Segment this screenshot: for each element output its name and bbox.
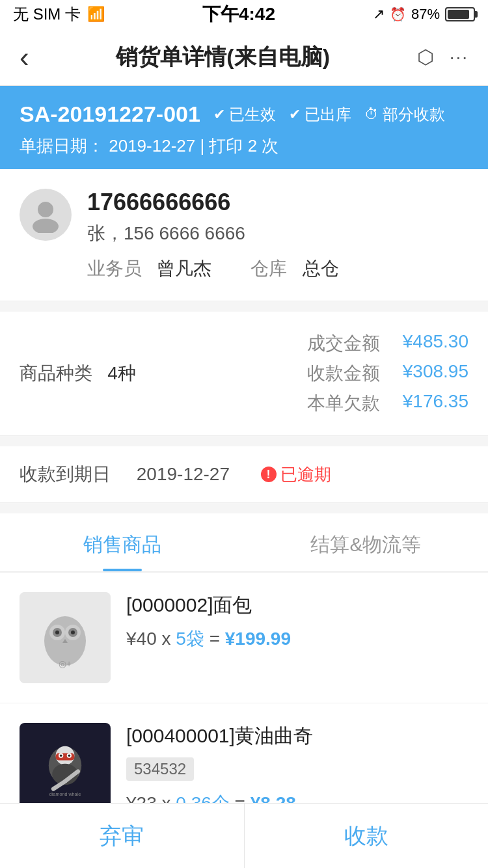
check-icon-1: ✔ [213,106,225,123]
svg-point-9 [71,631,75,634]
check-icon-2: ✔ [289,106,301,123]
product-sku-2: 534532 [126,757,194,781]
header-banner: SA-20191227-001 ✔ 已生效 ✔ 已出库 ⏱ 部分收款 单据日期：… [0,86,488,169]
tab-settlement[interactable]: 结算&物流等 [244,513,488,571]
collect-button[interactable]: 收款 [245,804,489,868]
product-type-label: 商品种类 4种 [20,361,136,386]
battery-percent: 87% [411,6,440,23]
more-icon[interactable]: ··· [450,47,468,68]
status-left: 无 SIM 卡 📶 [13,4,105,25]
svg-point-18 [68,754,71,757]
share-icon[interactable]: ⬡ [417,46,434,68]
svg-text:◎+: ◎+ [59,658,72,669]
receive-amount: ¥308.95 [390,361,468,386]
overdue-badge: ! 已逾期 [261,463,331,486]
table-row: ◎+ [0000002]面包 ¥40 x 5袋 = ¥199.99 [0,573,488,703]
customer-name: 张，156 6666 6666 [87,221,468,246]
due-section: 收款到期日 2019-12-27 ! 已逾期 [0,446,488,503]
deal-amount: ¥485.30 [390,331,468,356]
order-number: SA-20191227-001 [20,102,200,127]
product-info-1: [0000002]面包 ¥40 x 5袋 = ¥199.99 [126,592,468,651]
banner-top: SA-20191227-001 ✔ 已生效 ✔ 已出库 ⏱ 部分收款 [20,102,468,127]
bottom-bar: 弃审 收款 [0,803,488,868]
svg-point-1 [33,219,59,233]
warehouse-meta: 仓库 总仓 [251,256,338,281]
customer-info: 17666666666 张，156 6666 6666 业务员 曾凡杰 仓库 总… [87,189,468,281]
customer-section: 17666666666 张，156 6666 6666 业务员 曾凡杰 仓库 总… [0,169,488,301]
product-name-2: [000400001]黄油曲奇 [126,723,468,750]
tab-sales-products[interactable]: 销售商品 [0,513,244,571]
status-right: ↗ ⏰ 87% [373,6,475,23]
product-thumb-2: diamond whale [20,723,111,814]
summary-section: 商品种类 4种 成交金额 ¥485.30 收款金额 ¥308.95 本单欠款 ¥… [0,312,488,436]
svg-rect-14 [56,753,75,761]
warehouse-name: 总仓 [303,258,339,278]
banner-date: 单据日期： 2019-12-27 | 打印 2 次 [20,135,468,157]
staff-name: 曾凡杰 [157,258,211,278]
page-title: 销货单详情(来自电脑) [116,42,330,72]
owl-logo: diamond whale [20,723,111,814]
svg-point-8 [55,631,59,634]
back-button[interactable]: ‹ [20,41,29,74]
product-list: ◎+ [0000002]面包 ¥40 x 5袋 = ¥199.99 [0,573,488,836]
svg-text:diamond whale: diamond whale [49,791,81,797]
cancel-button[interactable]: 弃审 [0,804,245,868]
customer-id: 17666666666 [87,189,468,216]
tabs: 销售商品 结算&物流等 [0,513,488,573]
due-date: 2019-12-27 [137,464,230,485]
overdue-text: 已逾期 [280,463,331,486]
due-label: 收款到期日 [20,462,111,487]
product-name-1: [0000002]面包 [126,592,468,619]
status-badge-2: ✔ 已出库 [289,104,351,125]
wifi-icon: 📶 [87,6,105,23]
product-thumb-1: ◎+ [20,592,111,683]
deal-amount-row: 成交金额 ¥485.30 [307,331,468,356]
nav-actions: ⬡ ··· [417,46,468,68]
product-price-1: ¥40 x 5袋 = ¥199.99 [126,627,468,651]
location-icon: ↗ [373,6,385,23]
alarm-icon: ⏰ [390,7,406,22]
product-total-1: ¥199.99 [225,629,291,649]
nav-bar: ‹ 销货单详情(来自电脑) ⬡ ··· [0,29,488,86]
status-bar: 无 SIM 卡 📶 下午4:42 ↗ ⏰ 87% [0,0,488,29]
svg-point-0 [38,202,53,217]
receive-amount-row: 收款金额 ¥308.95 [307,361,468,386]
debt-amount: ¥176.35 [390,391,468,416]
staff-meta: 业务员 曾凡杰 [87,256,211,281]
customer-meta: 业务员 曾凡杰 仓库 总仓 [87,256,468,281]
battery-icon [445,7,475,21]
summary-amounts: 成交金额 ¥485.30 收款金额 ¥308.95 本单欠款 ¥176.35 [307,331,468,416]
overdue-icon: ! [261,467,277,482]
avatar [20,189,72,241]
product-qty-1: 5袋 [176,629,209,649]
status-time: 下午4:42 [202,2,275,27]
product-info-2: [000400001]黄油曲奇 534532 ¥23 x 0.36个 = ¥8.… [126,723,468,816]
debt-amount-row: 本单欠款 ¥176.35 [307,391,468,416]
carrier-label: 无 SIM 卡 [13,4,81,25]
clock-icon: ⏱ [364,106,379,123]
status-badge-3: ⏱ 部分收款 [364,104,445,125]
svg-point-17 [60,754,62,757]
status-badge-1: ✔ 已生效 [213,104,276,125]
